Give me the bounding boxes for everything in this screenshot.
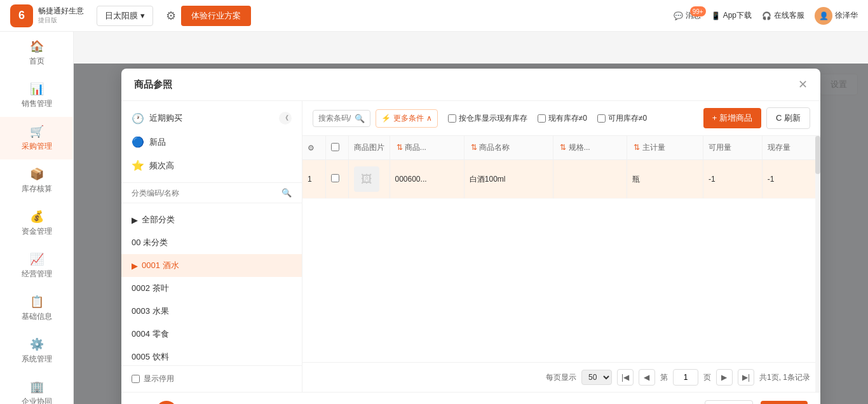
- category-item-tea[interactable]: 0002 茶叶: [121, 277, 302, 300]
- cell-index: 1: [302, 160, 325, 199]
- available-nonzero-checkbox[interactable]: [597, 114, 606, 123]
- frequent-icon: ⭐: [132, 159, 144, 172]
- brand-sub: 捷目版: [38, 16, 84, 25]
- cell-name: 白酒100ml: [464, 160, 553, 199]
- settings-icon[interactable]: ⚙: [161, 6, 181, 26]
- modal-body: 🕐 近期购买 《 🔵 新品 ⭐ 频次高: [121, 101, 820, 392]
- online-service-nav-item[interactable]: 🎧 在线客服: [762, 10, 804, 21]
- app-download-label: App下载: [723, 10, 752, 21]
- available-nonzero-filter: 可用库存≠0: [597, 113, 647, 124]
- app-logo: 6: [10, 4, 33, 27]
- table-body: 1 🖼: [302, 160, 820, 199]
- per-page-select[interactable]: 50: [581, 370, 612, 385]
- system-icon: ⚙️: [30, 337, 44, 351]
- category-item-uncategorized[interactable]: 00 未分类: [121, 231, 302, 254]
- col-available[interactable]: 可用量: [703, 136, 762, 160]
- category-search-input[interactable]: [132, 189, 278, 198]
- category-item-drink[interactable]: 0005 饮料: [121, 346, 302, 365]
- col-code[interactable]: ⇅ 商品...: [390, 136, 464, 160]
- inventory-icon: 📦: [30, 167, 44, 181]
- table-row[interactable]: 1 🖼: [302, 160, 820, 199]
- modal-close-button[interactable]: ✕: [798, 77, 808, 91]
- username: 徐泽华: [835, 10, 858, 21]
- sidebar-item-enterprise[interactable]: 🏢 企业协同: [0, 372, 73, 404]
- category-item-fruit[interactable]: 0003 水果: [121, 300, 302, 323]
- new-products-label: 新品: [149, 137, 166, 148]
- pagination-bar: 每页显示 50 |◀ ◀ 第 1 页 ▶ ▶| 共1页, 1条记录: [302, 362, 820, 392]
- nonzero-stock-checkbox[interactable]: [538, 114, 546, 123]
- try-industry-button[interactable]: 体验行业方案: [181, 6, 251, 26]
- sidebar-item-system[interactable]: ⚙️ 系统管理: [0, 330, 73, 372]
- col-name[interactable]: ⇅ 商品名称: [464, 136, 553, 160]
- show-disabled-checkbox[interactable]: [132, 375, 140, 383]
- sidebar-item-finance[interactable]: 💰 资金管理: [0, 202, 73, 245]
- cell-available: -1: [703, 160, 762, 199]
- sidebar-item-purchase[interactable]: 🛒 采购管理: [0, 117, 73, 159]
- product-search-input[interactable]: [318, 114, 351, 123]
- sort-icon: ⇅: [471, 143, 477, 152]
- search-icon[interactable]: 🔍: [281, 188, 292, 198]
- refresh-button[interactable]: C 刷新: [766, 107, 810, 129]
- col-unit[interactable]: ⇅ 主计量: [627, 136, 703, 160]
- app-download-nav-item[interactable]: 📱 App下载: [711, 10, 752, 21]
- main-content: 查询 设置 商品参照 ✕ 🕐 近期购买 《: [74, 64, 868, 404]
- select-all-checkbox[interactable]: [331, 143, 339, 151]
- cancel-button[interactable]: 取消: [705, 400, 753, 404]
- sidebar-item-operations[interactable]: 📈 经营管理: [0, 245, 73, 287]
- confirm-button[interactable]: 确定: [761, 401, 808, 404]
- sidebar-item-inventory[interactable]: 📦 库存核算: [0, 159, 73, 202]
- sort-icon: ⇅: [560, 143, 566, 152]
- cart-icon[interactable]: 🛒: [156, 401, 177, 404]
- add-product-button[interactable]: + 新增商品: [703, 108, 761, 128]
- image-placeholder-icon: 🖼: [361, 173, 372, 186]
- category-label: 全部分类: [142, 214, 175, 226]
- modal-header: 商品参照 ✕: [121, 69, 820, 101]
- frequent-nav[interactable]: ⭐ 频次高: [121, 154, 302, 177]
- next-page-button[interactable]: ▶: [716, 369, 733, 386]
- category-label: 0002 茶叶: [132, 283, 169, 294]
- category-label: 00 未分类: [132, 237, 168, 248]
- scrollbar-thumb[interactable]: [815, 136, 820, 174]
- user-nav-item[interactable]: 👤 徐泽华: [815, 7, 858, 25]
- page-number-input[interactable]: 1: [673, 369, 698, 386]
- total-info: 共1页, 1条记录: [759, 372, 810, 383]
- right-panel: 🔍 ⚡ 更多条件 ∧ 按仓库显示现有库存: [302, 101, 820, 392]
- sidebar-item-basic-info[interactable]: 📋 基础信息: [0, 287, 73, 330]
- page-label: 第: [660, 372, 668, 383]
- new-products-nav[interactable]: 🔵 新品: [121, 130, 302, 154]
- right-toolbar: 🔍 ⚡ 更多条件 ∧ 按仓库显示现有库存: [302, 101, 820, 136]
- cell-spec: [553, 160, 627, 199]
- first-page-button[interactable]: |◀: [617, 369, 634, 386]
- left-panel-nav: 🕐 近期购买 《 🔵 新品 ⭐ 频次高: [121, 101, 302, 183]
- recent-purchases-nav[interactable]: 🕐 近期购买 《: [121, 106, 302, 130]
- store-selector[interactable]: 日太阳膜 ▾: [97, 6, 153, 26]
- finance-icon: 💰: [30, 210, 44, 224]
- new-icon: 🔵: [132, 136, 144, 148]
- frequent-label: 频次高: [149, 160, 174, 172]
- sidebar-item-label: 采购管理: [22, 141, 52, 152]
- sidebar-item-home[interactable]: 🏠 首页: [0, 32, 73, 74]
- filter-label: 更多条件: [393, 113, 424, 124]
- category-arrow-active: ▶: [132, 261, 138, 271]
- search-magnifier-icon[interactable]: 🔍: [355, 114, 365, 123]
- category-item-all[interactable]: ▶ 全部分类: [121, 208, 302, 231]
- prev-page-button[interactable]: ◀: [639, 369, 655, 386]
- warehouse-stock-filter: 按仓库显示现有库存: [448, 113, 527, 124]
- last-page-button[interactable]: ▶|: [738, 369, 754, 386]
- product-reference-modal: 商品参照 ✕ 🕐 近期购买 《 🔵 新品: [121, 69, 820, 404]
- messages-nav-item[interactable]: 💬 消息 99+: [674, 10, 701, 21]
- warehouse-stock-checkbox[interactable]: [448, 114, 456, 123]
- col-check: [325, 136, 348, 160]
- messages-badge: 99+: [690, 6, 706, 17]
- cell-unit: 瓶: [627, 160, 703, 199]
- category-item-liquor[interactable]: ▶ 0001 酒水: [121, 254, 302, 277]
- col-spec[interactable]: ⇅ 规格...: [553, 136, 627, 160]
- row-checkbox[interactable]: [331, 174, 339, 182]
- sidebar-item-sales[interactable]: 📊 销售管理: [0, 74, 73, 117]
- more-filters-button[interactable]: ⚡ 更多条件 ∧: [376, 109, 438, 128]
- col-settings[interactable]: ⚙: [302, 136, 325, 160]
- col-stock[interactable]: 现存量: [762, 136, 820, 160]
- left-panel: 🕐 近期购买 《 🔵 新品 ⭐ 频次高: [121, 101, 302, 392]
- category-item-snack[interactable]: 0004 零食: [121, 323, 302, 346]
- collapse-button[interactable]: 《: [279, 112, 292, 125]
